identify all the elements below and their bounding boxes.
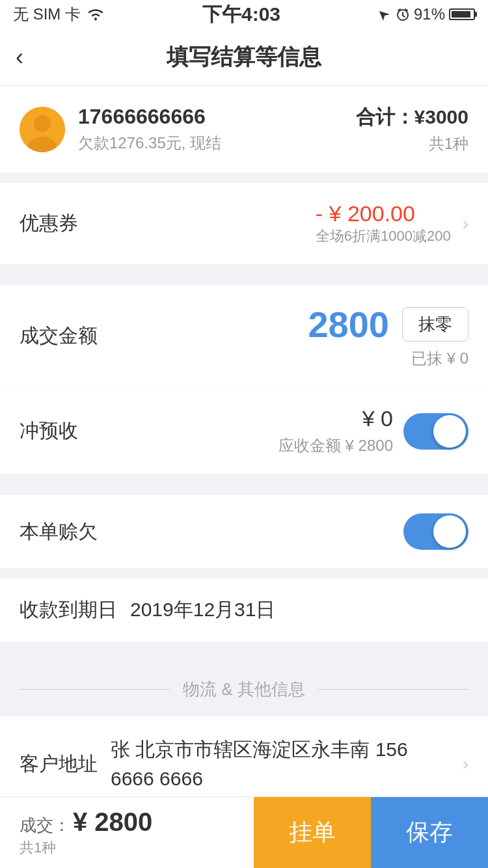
status-right: 91% <box>377 5 475 23</box>
page-title: 填写结算等信息 <box>167 42 321 72</box>
bottom-bar: 成交： ¥ 2800 共1种 挂单 保存 <box>0 796 488 868</box>
due-date-value: 2019年12月31日 <box>130 597 275 623</box>
coupon-label: 优惠券 <box>20 210 78 237</box>
deal-amount-label: 成交金额 <box>20 323 98 349</box>
coupon-desc: 全场6折满1000减200 <box>316 226 451 246</box>
customer-total: 合计：¥3000 共1种 <box>356 104 468 154</box>
status-bar: 无 SIM 卡 下午4:03 91% <box>0 0 488 29</box>
svg-marker-1 <box>379 11 390 21</box>
total-count: 共1种 <box>356 133 468 154</box>
deal-amount-sub: 已抹 ¥ 0 <box>411 348 468 369</box>
coupon-right: - ¥ 200.00 全场6折满1000减200 › <box>316 201 468 246</box>
divider-line-left <box>20 689 170 690</box>
chevron-right-icon: › <box>463 213 468 234</box>
bottom-info: 成交： ¥ 2800 共1种 <box>0 807 254 858</box>
customer-card: 17666666666 欠款1276.35元, 现结 合计：¥3000 共1种 <box>0 86 488 172</box>
customer-left: 17666666666 欠款1276.35元, 现结 <box>20 105 221 154</box>
due-date-row: 收款到期日 2019年12月31日 <box>0 578 488 642</box>
wifi-icon <box>86 7 105 21</box>
deal-amount-row: 成交金额 2800 抹零 已抹 ¥ 0 <box>0 285 488 388</box>
save-button[interactable]: 保存 <box>371 797 488 869</box>
customer-phone: 17666666666 <box>78 105 221 129</box>
coupon-row[interactable]: 优惠券 - ¥ 200.00 全场6折满1000减200 › <box>0 183 488 264</box>
coupon-info: - ¥ 200.00 全场6折满1000减200 <box>316 201 451 246</box>
customer-debt: 欠款1276.35元, 现结 <box>78 133 221 154</box>
deal-amount-section: 成交金额 2800 抹零 已抹 ¥ 0 冲预收 ¥ 0 应收金额 ¥ 2800 <box>0 285 488 474</box>
status-left: 无 SIM 卡 <box>13 4 105 25</box>
battery-icon <box>449 8 475 20</box>
avatar <box>20 107 65 152</box>
toggle-knob <box>433 415 466 448</box>
deal-amount-value-area: 2800 抹零 <box>308 303 468 346</box>
back-icon: ‹ <box>16 44 23 70</box>
address-label: 客户地址 <box>20 751 98 778</box>
address-chevron-icon: › <box>463 753 468 774</box>
prepay-amount: ¥ 0 <box>362 406 393 431</box>
prepay-right: ¥ 0 应收金额 ¥ 2800 <box>278 406 393 456</box>
section-gap-2 <box>0 485 488 495</box>
status-time: 下午4:03 <box>202 1 280 28</box>
location-icon <box>377 7 392 21</box>
bottom-count: 共1种 <box>20 838 234 858</box>
bottom-amount: ¥ 2800 <box>73 807 152 837</box>
section-gap-3 <box>0 652 488 662</box>
svg-point-0 <box>94 18 97 21</box>
coupon-discount: - ¥ 200.00 <box>316 201 451 226</box>
logistics-divider: 物流 & 其他信息 <box>0 662 488 716</box>
prepay-label: 冲预收 <box>20 418 78 444</box>
due-date-label: 收款到期日 <box>20 597 117 623</box>
section-gap-1 <box>0 275 488 285</box>
bottom-deal-label: 成交： <box>20 814 70 837</box>
round-button[interactable]: 抹零 <box>402 307 468 342</box>
divider-text: 物流 & 其他信息 <box>183 678 305 701</box>
deal-amount-value: 2800 <box>308 303 389 346</box>
deal-amount-right: 2800 抹零 已抹 ¥ 0 <box>308 303 468 369</box>
prepay-row: 冲预收 ¥ 0 应收金额 ¥ 2800 <box>0 388 488 474</box>
address-value: 张 北京市市辖区海淀区永丰南 156 6666 6666 <box>111 735 456 793</box>
debt-row: 本单赊欠 <box>0 495 488 568</box>
total-amount: 合计：¥3000 <box>356 104 468 131</box>
debt-label: 本单赊欠 <box>20 519 98 545</box>
back-button[interactable]: ‹ <box>16 44 23 71</box>
divider-line-right <box>318 689 468 690</box>
prepay-sub: 应收金额 ¥ 2800 <box>278 435 393 456</box>
debt-section: 本单赊欠 <box>0 495 488 568</box>
hang-order-button[interactable]: 挂单 <box>254 797 371 869</box>
nav-bar: ‹ 填写结算等信息 <box>0 29 488 86</box>
svg-point-8 <box>34 115 51 132</box>
sim-label: 无 SIM 卡 <box>13 4 81 25</box>
prepay-toggle-area: ¥ 0 应收金额 ¥ 2800 <box>278 406 468 456</box>
content-area: 17666666666 欠款1276.35元, 现结 合计：¥3000 共1种 … <box>0 86 488 868</box>
hang-order-label: 挂单 <box>289 817 336 848</box>
battery-percent: 91% <box>414 5 445 23</box>
prepay-toggle[interactable] <box>403 413 468 450</box>
alarm-icon <box>396 7 410 21</box>
customer-info: 17666666666 欠款1276.35元, 现结 <box>78 105 221 154</box>
save-label: 保存 <box>406 817 453 848</box>
debt-toggle[interactable] <box>403 513 468 550</box>
svg-line-4 <box>403 16 405 17</box>
debt-toggle-knob <box>433 515 466 548</box>
